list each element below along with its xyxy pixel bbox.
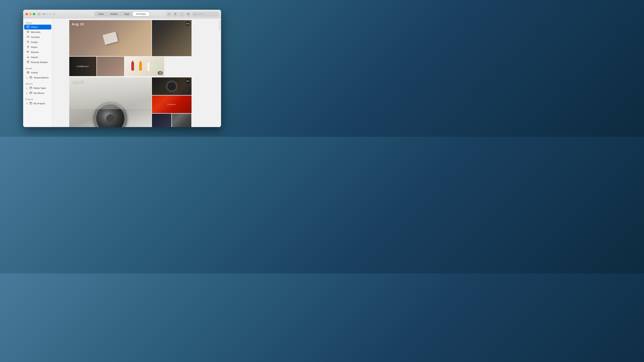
my-albums-icon (29, 91, 32, 95)
add-to-album-button[interactable]: ⊞ (186, 12, 191, 16)
date-group-aug10: Aug 10 ••• LiftMaster (69, 20, 219, 76)
shared-section-label: Shared (23, 66, 52, 70)
sidebar-people-label: People (31, 41, 38, 43)
my-projects-chevron: ▶ (26, 103, 28, 104)
photo-aug13-tire[interactable]: ••• (152, 77, 192, 95)
info-button[interactable]: ℹ (166, 12, 172, 16)
tab-months[interactable]: Months (107, 12, 121, 16)
aug13-right-col: ••• LiftMaster (152, 77, 192, 127)
svg-point-1 (27, 26, 28, 27)
sidebar-item-activity[interactable]: Activity (24, 70, 51, 75)
toolbar-actions: ℹ ⬆ ♡ ⊞ 🔍 Search (166, 12, 219, 16)
favorites-icon (26, 35, 30, 39)
photo-aug13-small2[interactable] (172, 114, 191, 127)
shared-albums-icon (29, 76, 32, 79)
memories-icon (26, 30, 30, 34)
favorite-button[interactable]: ♡ (179, 12, 184, 16)
my-albums-chevron: ▶ (26, 92, 28, 94)
photo-aug10-main[interactable]: Aug 10 (69, 20, 152, 56)
trash-icon (26, 61, 30, 64)
minimize-button[interactable] (29, 13, 32, 15)
search-icon: 🔍 (193, 13, 196, 15)
sidebar: Library Photos M (23, 18, 52, 127)
photo-aug10-liftmaster[interactable]: LiftMaster (69, 57, 96, 76)
tab-days[interactable]: Days (121, 12, 133, 16)
aug10-bottom-row: LiftMaster (69, 57, 219, 76)
svg-point-5 (28, 46, 28, 47)
places-icon (26, 45, 30, 49)
photo-aug10-middle[interactable] (97, 57, 124, 76)
albums-section-label: Albums (23, 81, 52, 85)
sidebar-item-shared-albums[interactable]: ▶ Shared Albums (24, 75, 51, 80)
svg-rect-6 (27, 61, 29, 63)
photo-aug13-small1[interactable] (152, 114, 172, 127)
aug13-bottom-small (152, 114, 192, 127)
add-to-album-icon: ⊞ (187, 13, 189, 15)
share-icon: ⬆ (174, 13, 176, 15)
photo-grid: Aug 10 ••• LiftMaster (69, 18, 219, 127)
heart-icon: ♡ (181, 13, 183, 15)
date-group-aug13: Aug 13 ••• (69, 77, 219, 127)
sidebar-item-people[interactable]: People (24, 40, 51, 44)
svg-rect-10 (30, 103, 32, 104)
sidebar-item-favorites[interactable]: Favorites (24, 35, 51, 39)
sidebar-item-imports[interactable]: Imports (24, 55, 51, 60)
aug10-more-button[interactable]: ••• (186, 21, 190, 26)
info-icon: ℹ (169, 13, 170, 15)
titlebar: ⊞ Years Months Days All Photos ℹ ⬆ ♡ ⊞ 🔍… (23, 10, 221, 18)
imports-icon (26, 56, 30, 59)
photo-aug10-bottles[interactable]: +6 (124, 57, 164, 76)
sidebar-item-memories[interactable]: Memories (24, 30, 51, 34)
search-box[interactable]: 🔍 Search (192, 12, 219, 16)
sidebar-item-recents[interactable]: Recents (24, 50, 51, 55)
sidebar-item-photos[interactable]: Photos (24, 25, 51, 29)
svg-point-3 (28, 31, 28, 32)
traffic-lights (26, 13, 35, 15)
grid-icon[interactable]: ⊞ (53, 12, 55, 15)
sidebar-imports-label: Imports (31, 56, 38, 58)
photo-aug13-liftmaster[interactable]: LiftMaster (152, 95, 192, 113)
sidebar-item-media-types[interactable]: ▶ Media Types (24, 86, 51, 90)
people-icon (26, 40, 30, 44)
media-types-icon (29, 86, 32, 90)
photos-icon (26, 25, 30, 29)
left-margin (52, 18, 69, 127)
sidebar-shared-albums-label: Shared Albums (34, 76, 48, 79)
photo-aug13-wheel[interactable]: Aug 13 (69, 77, 152, 127)
aug13-more-button[interactable]: ••• (186, 79, 190, 83)
scrollbar[interactable] (219, 18, 221, 127)
aug13-main-row: Aug 13 ••• (69, 77, 219, 127)
tab-years[interactable]: Years (95, 12, 107, 16)
aug10-top-row: Aug 10 ••• (69, 20, 219, 56)
share-button[interactable]: ⬆ (173, 12, 178, 16)
svg-point-2 (27, 31, 29, 33)
search-placeholder: Search (197, 13, 203, 15)
media-types-chevron: ▶ (26, 87, 28, 89)
recents-icon (26, 51, 30, 54)
sidebar-places-label: Places (31, 46, 38, 48)
sidebar-photos-label: Photos (31, 26, 38, 28)
my-projects-icon (29, 102, 32, 105)
sidebar-item-my-projects[interactable]: ▶ My Projects (24, 101, 51, 106)
sidebar-activity-label: Activity (31, 71, 38, 74)
sidebar-toggle[interactable] (38, 13, 40, 15)
sidebar-item-my-albums[interactable]: ▶ My Albums (24, 91, 51, 95)
close-button[interactable] (26, 13, 28, 15)
content-area: Library Photos M (23, 18, 221, 127)
sidebar-recently-deleted-label: Recently Deleted (31, 61, 48, 63)
aug10-date-label: Aug 10 (72, 22, 84, 26)
sidebar-my-projects-label: My Projects (34, 102, 45, 105)
sidebar-item-places[interactable]: Places (24, 45, 51, 50)
app-window: ⊞ Years Months Days All Photos ℹ ⬆ ♡ ⊞ 🔍… (23, 10, 221, 127)
svg-rect-8 (30, 87, 32, 89)
projects-section-label: Projects (23, 97, 52, 101)
maximize-button[interactable] (33, 13, 35, 15)
library-section-label: Library (23, 20, 52, 24)
photo-aug10-topright[interactable]: ••• (152, 20, 192, 56)
activity-icon (26, 71, 30, 74)
zoom-control: ⊞ (42, 12, 55, 15)
sidebar-item-recently-deleted[interactable]: Recently Deleted (24, 60, 51, 65)
aug13-date-label: Aug 13 (72, 79, 84, 84)
tab-all-photos[interactable]: All Photos (133, 12, 149, 16)
sidebar-my-albums-label: My Albums (34, 92, 44, 94)
